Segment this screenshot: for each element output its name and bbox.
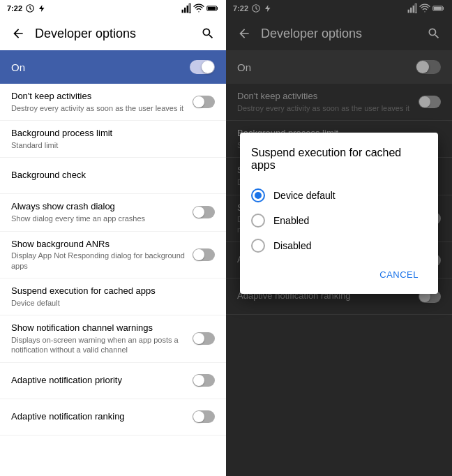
svg-rect-3 — [187, 6, 188, 13]
setting-title-show-notification-channel: Show notification channel warnings — [11, 322, 187, 334]
toggle-show-notification-channel[interactable] — [193, 332, 215, 345]
setting-sub-always-show-crash-dialog: Show dialog every time an app crashes — [11, 214, 187, 223]
back-button-left[interactable] — [7, 22, 29, 45]
setting-sub-show-notification-channel: Displays on-screen warning when an app p… — [11, 335, 187, 355]
dialog-actions: Cancel — [251, 264, 427, 285]
setting-text-dont-keep-activities: Don't keep activitiesDestroy every activ… — [11, 91, 187, 113]
settings-list-left: Don't keep activitiesDestroy every activ… — [0, 84, 226, 476]
on-toggle-left[interactable] — [190, 60, 215, 74]
toggle-show-background-anrs[interactable] — [193, 248, 215, 261]
setting-item-always-show-crash-dialog[interactable]: Always show crash dialogShow dialog ever… — [0, 194, 226, 231]
flash-icon — [38, 3, 46, 13]
status-bar-left: 7:22 — [0, 0, 226, 17]
setting-title-adaptive-notification-priority: Adaptive notification priority — [11, 375, 187, 387]
setting-text-background-check: Background check — [11, 170, 215, 181]
signal-icon — [181, 3, 191, 13]
setting-title-background-process-limit: Background process limit — [11, 128, 215, 140]
setting-title-show-background-anrs: Show background ANRs — [11, 239, 187, 251]
setting-title-adaptive-notification-ranking: Adaptive notification ranking — [11, 411, 187, 423]
setting-sub-suspend-execution: Device default — [11, 298, 215, 308]
search-button-left[interactable] — [197, 22, 219, 45]
svg-rect-1 — [182, 10, 183, 13]
setting-text-show-notification-channel: Show notification channel warningsDispla… — [11, 322, 187, 355]
setting-text-suspend-execution: Suspend execution for cached appsDevice … — [11, 285, 215, 308]
status-left: 7:22 — [7, 3, 46, 13]
setting-sub-dont-keep-activities: Destroy every activity as soon as the us… — [11, 103, 187, 113]
radio-circle-disabled — [251, 239, 265, 253]
svg-rect-4 — [189, 4, 190, 13]
on-row-left: On — [0, 50, 226, 84]
cancel-button[interactable]: Cancel — [371, 264, 427, 285]
setting-item-background-check[interactable]: Background check — [0, 158, 226, 194]
setting-item-dont-keep-activities[interactable]: Don't keep activitiesDestroy every activ… — [0, 84, 226, 121]
setting-item-adaptive-notification-ranking[interactable]: Adaptive notification ranking — [0, 399, 226, 436]
toggle-dont-keep-activities[interactable] — [193, 96, 215, 108]
svg-rect-6 — [208, 7, 216, 10]
radio-item-device-default[interactable]: Device default — [251, 183, 427, 208]
setting-title-suspend-execution: Suspend execution for cached apps — [11, 285, 215, 297]
setting-item-background-process-limit[interactable]: Background process limitStandard limit — [0, 121, 226, 158]
setting-title-always-show-crash-dialog: Always show crash dialog — [11, 201, 187, 213]
setting-text-show-background-anrs: Show background ANRsDisplay App Not Resp… — [11, 239, 187, 271]
setting-title-background-check: Background check — [11, 170, 215, 181]
battery-icon — [206, 4, 219, 13]
dialog-title: Suspend execution for cached apps — [251, 147, 427, 172]
on-label-left: On — [11, 61, 190, 73]
clock-icon — [25, 3, 35, 13]
radio-circle-device-default — [251, 188, 265, 202]
status-right-left — [181, 3, 219, 13]
time-left: 7:22 — [7, 4, 22, 13]
left-panel: 7:22 — [0, 0, 226, 476]
dialog-overlay: Suspend execution for cached apps Device… — [226, 0, 452, 476]
toggle-adaptive-notification-priority[interactable] — [193, 374, 215, 387]
radio-label-device-default: Device default — [273, 190, 336, 201]
svg-rect-2 — [184, 8, 186, 13]
radio-circle-enabled — [251, 214, 265, 228]
setting-sub-show-background-anrs: Display App Not Responding dialog for ba… — [11, 251, 187, 271]
dialog-options: Device defaultEnabledDisabled — [251, 183, 427, 258]
right-panel: 7:22 — [226, 0, 452, 476]
setting-item-show-notification-channel[interactable]: Show notification channel warningsDispla… — [0, 315, 226, 362]
setting-item-adaptive-notification-priority[interactable]: Adaptive notification priority — [0, 363, 226, 399]
page-title-left: Developer options — [35, 27, 197, 41]
radio-item-enabled[interactable]: Enabled — [251, 208, 427, 233]
toggle-adaptive-notification-ranking[interactable] — [193, 410, 215, 423]
app-bar-left: Developer options — [0, 17, 226, 50]
setting-text-background-process-limit: Background process limitStandard limit — [11, 128, 215, 150]
wifi-icon — [193, 3, 204, 13]
setting-text-adaptive-notification-ranking: Adaptive notification ranking — [11, 411, 187, 423]
setting-text-adaptive-notification-priority: Adaptive notification priority — [11, 375, 187, 387]
toggle-always-show-crash-dialog[interactable] — [193, 206, 215, 218]
setting-item-suspend-execution[interactable]: Suspend execution for cached appsDevice … — [0, 278, 226, 315]
radio-label-disabled: Disabled — [273, 240, 311, 251]
setting-text-always-show-crash-dialog: Always show crash dialogShow dialog ever… — [11, 201, 187, 223]
setting-item-show-background-anrs[interactable]: Show background ANRsDisplay App Not Resp… — [0, 232, 226, 278]
setting-sub-background-process-limit: Standard limit — [11, 140, 215, 150]
radio-item-disabled[interactable]: Disabled — [251, 233, 427, 258]
suspend-execution-dialog: Suspend execution for cached apps Device… — [240, 133, 438, 294]
setting-title-dont-keep-activities: Don't keep activities — [11, 91, 187, 103]
radio-label-enabled: Enabled — [273, 215, 309, 226]
